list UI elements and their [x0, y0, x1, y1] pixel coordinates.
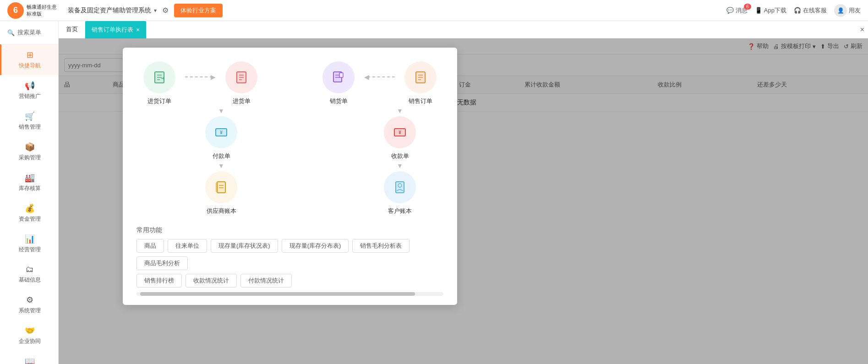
sidebar-item-label: 资金管理 — [19, 215, 41, 223]
common-btn-receipt-stats[interactable]: 收款情况统计 — [186, 274, 237, 288]
svg-rect-14 — [339, 73, 343, 77]
modal-dialog: 进货订单 ▶ — [123, 48, 457, 305]
flow-receipt-bill[interactable]: ¥ 收款单 — [377, 116, 423, 160]
sales-order-icon — [404, 61, 437, 93]
headset-icon: 🎧 — [794, 7, 801, 14]
svg-text:¥: ¥ — [399, 130, 401, 135]
common-btn-sales-margin[interactable]: 销售毛利分析表 — [352, 239, 409, 253]
logo-icon: 6 — [7, 2, 24, 19]
flow-supplier-ledger[interactable]: 供应商账本 — [198, 171, 244, 215]
sidebar-item-label: 库存核算 — [19, 185, 41, 192]
sidebar-item-quick-nav[interactable]: ⊞ 快捷导航 — [0, 44, 58, 75]
sidebar-item-finance[interactable]: 💰 资金管理 — [0, 198, 58, 228]
system-icon: ⚙ — [26, 295, 33, 305]
svg-text:¥: ¥ — [220, 130, 223, 135]
finance-icon: 💰 — [25, 203, 35, 213]
tab-home[interactable]: 首页 — [59, 21, 85, 38]
sidebar-search-area: 🔍 搜索菜单 — [0, 21, 58, 44]
sidebar-item-base-info[interactable]: 🗂 基础信息 — [0, 259, 58, 289]
flow-purchase-order[interactable]: 进货订单 — [136, 61, 182, 105]
system-title: 装备及固定资产辅助管理系统 ▾ — [68, 6, 157, 15]
sidebar: 🔍 搜索菜单 ⊞ 快捷导航 📢 营销推广 🛒 销售管理 📦 — [0, 21, 59, 364]
settings-icon-btn[interactable]: ⚙ — [162, 6, 169, 15]
tab-bar-close-btn[interactable]: × — [860, 26, 864, 34]
common-btn-stock-dist[interactable]: 现存量(库存分布表) — [282, 239, 349, 253]
message-btn[interactable]: 💬 消息 6 — [726, 6, 748, 15]
sidebar-item-label: 系统管理 — [19, 307, 41, 315]
flow-sales-order[interactable]: 销售订单 — [398, 61, 443, 105]
online-service-btn[interactable]: 🎧 在线客服 — [794, 6, 827, 15]
sidebar-item-sales[interactable]: 🛒 销售管理 — [0, 106, 58, 136]
sales-icon: 🛒 — [25, 111, 35, 121]
logo-area: 6 畅康通好生意 标准版 — [7, 2, 62, 19]
search-menu-btn[interactable]: 🔍 搜索菜单 — [4, 26, 55, 39]
common-buttons-row2: 销售排行榜 收款情况统计 付款情况统计 — [136, 274, 443, 288]
svg-rect-27 — [216, 183, 218, 192]
common-btn-payment-stats[interactable]: 付款情况统计 — [240, 274, 292, 288]
guide-icon: 📖 — [25, 356, 35, 364]
search-icon: 🔍 — [7, 29, 15, 36]
common-functions-title: 常用功能 — [136, 226, 443, 234]
common-btn-goods-margin[interactable]: 商品毛利分析 — [136, 256, 188, 270]
operations-icon: 📊 — [25, 234, 35, 244]
cooperation-icon: 🤝 — [25, 326, 35, 336]
sidebar-item-inventory[interactable]: 🏭 库存核算 — [0, 167, 58, 198]
brand-text: 畅康通好生意 标准版 — [27, 4, 57, 17]
message-icon: 💬 — [726, 7, 734, 14]
sidebar-item-label: 快捷导航 — [19, 62, 41, 70]
sales-bill-icon — [322, 61, 355, 93]
modal-overlay: 进货订单 ▶ — [59, 38, 868, 364]
receipt-bill-icon: ¥ — [384, 116, 416, 148]
purchase-order-icon — [143, 61, 175, 93]
sidebar-item-marketing[interactable]: 📢 营销推广 — [0, 75, 58, 106]
customer-ledger-icon — [384, 171, 416, 203]
flow-purchase-bill[interactable]: 进货单 — [218, 61, 264, 105]
flow-section: 进货订单 ▶ — [136, 61, 443, 215]
purchase-bill-icon — [225, 61, 257, 93]
trial-button[interactable]: 体验行业方案 — [174, 4, 223, 17]
common-btn-stock-status[interactable]: 现存量(库存状况表) — [211, 239, 278, 253]
payment-bill-icon: ¥ — [205, 116, 237, 148]
tab-close-btn[interactable]: × — [136, 27, 140, 33]
common-btn-sales-rank[interactable]: 销售排行榜 — [136, 274, 182, 288]
common-btn-goods[interactable]: 商品 — [136, 239, 164, 253]
flow-customer-ledger[interactable]: 客户账本 — [377, 171, 423, 215]
common-btn-partner[interactable]: 往来单位 — [168, 239, 207, 253]
flow-payment-bill[interactable]: ¥ 付款单 — [198, 116, 244, 160]
app-download-btn[interactable]: 📱 App下载 — [755, 6, 786, 15]
inventory-icon: 🏭 — [25, 173, 35, 183]
modal-scrollbar-thumb[interactable] — [140, 292, 415, 296]
user-menu-btn[interactable]: 👤 用友 — [834, 4, 861, 17]
sidebar-item-label: 企业协同 — [19, 337, 41, 345]
quick-nav-icon: ⊞ — [27, 50, 33, 60]
sidebar-item-purchase[interactable]: 📦 采购管理 — [0, 136, 58, 167]
sidebar-item-label: 经营管理 — [19, 246, 41, 254]
common-functions-section: 常用功能 商品 往来单位 现存量(库存状况表) 现存量(库存分布表) 销售毛利分… — [136, 226, 443, 288]
phone-icon: 📱 — [755, 7, 762, 14]
sidebar-item-operations[interactable]: 📊 经营管理 — [0, 228, 58, 259]
common-buttons-row1: 商品 往来单位 现存量(库存状况表) 现存量(库存分布表) 销售毛利分析表 商品… — [136, 239, 443, 270]
sidebar-item-label: 基础信息 — [19, 276, 41, 284]
message-badge: 6 — [744, 4, 751, 10]
sidebar-item-label: 销售管理 — [19, 123, 41, 131]
purchase-icon: 📦 — [25, 142, 35, 152]
tab-sales-order[interactable]: 销售订单执行表 × — [85, 21, 146, 38]
marketing-icon: 📢 — [25, 81, 35, 91]
supplier-ledger-icon — [205, 171, 237, 203]
flow-sales-bill[interactable]: 销货单 — [316, 61, 361, 105]
sidebar-item-label: 采购管理 — [19, 154, 41, 162]
base-info-icon: 🗂 — [26, 265, 34, 274]
tab-bar: 首页 销售订单执行表 × × — [59, 21, 868, 38]
sidebar-item-cooperation[interactable]: 🤝 企业协同 — [0, 320, 58, 351]
content-area: 首页 销售订单执行表 × × ❓ 帮助 � — [59, 21, 868, 364]
sidebar-item-guide[interactable]: 📖 新手引导 — [0, 351, 58, 364]
avatar: 👤 — [834, 4, 847, 17]
svg-rect-23 — [217, 182, 225, 193]
sidebar-item-label: 营销推广 — [19, 92, 41, 100]
modal-scrollbar-track[interactable] — [136, 292, 443, 296]
sidebar-item-system[interactable]: ⚙ 系统管理 — [0, 289, 58, 320]
system-dropdown-btn[interactable]: ▾ — [154, 7, 157, 14]
sidebar-nav: ⊞ 快捷导航 📢 营销推广 🛒 销售管理 📦 采购管理 🏭 库存核算 — [0, 44, 58, 364]
